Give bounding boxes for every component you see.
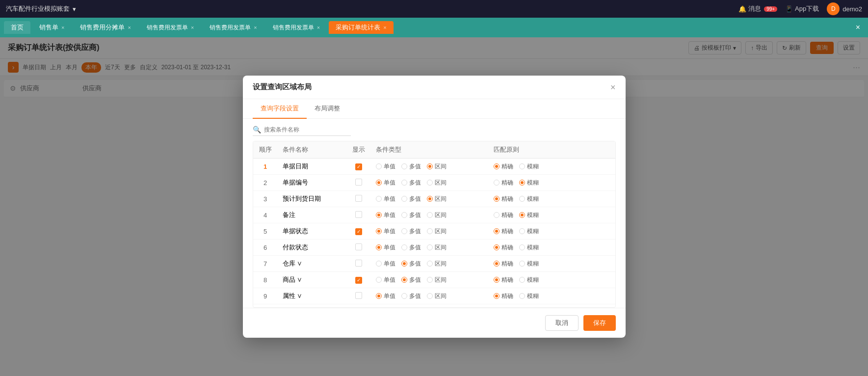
match-radio-1-1[interactable]: 模糊 — [519, 179, 539, 187]
checkbox-2[interactable] — [355, 195, 362, 202]
row-checkbox-0[interactable] — [346, 159, 371, 175]
row-checkbox-1[interactable] — [346, 175, 371, 191]
row-matches-4: 精确模糊 — [489, 223, 615, 240]
th-type: 条件类型 — [371, 141, 489, 159]
nav-tab-sales-invoice1[interactable]: 销售费用发票单 × — [140, 22, 201, 34]
type-radio-1-1[interactable]: 多值 — [401, 179, 421, 187]
modal-tab-layout[interactable]: 布局调整 — [307, 99, 348, 119]
type-radio-7-0[interactable]: 单值 — [376, 276, 395, 284]
type-radio-7-1[interactable]: 多值 — [401, 276, 421, 284]
type-radio-0-1[interactable]: 多值 — [401, 162, 421, 171]
match-radio-5-0[interactable]: 精确 — [494, 243, 513, 252]
checkbox-5[interactable] — [355, 243, 362, 250]
match-radio-7-0[interactable]: 精确 — [494, 276, 513, 284]
cancel-btn[interactable]: 取消 — [545, 315, 579, 331]
close-tab3[interactable]: × — [317, 25, 320, 30]
nav-home-tab[interactable]: 首页 — [4, 21, 30, 34]
modal-overlay[interactable]: 设置查询区域布局 × 查询字段设置 布局调整 🔍 — [0, 37, 868, 376]
row-matches-6: 精确模糊 — [489, 256, 615, 272]
row-checkbox-9[interactable] — [346, 304, 371, 308]
checkbox-7[interactable] — [355, 277, 362, 284]
modal-close-btn[interactable]: × — [610, 83, 616, 92]
row-checkbox-8[interactable] — [346, 288, 371, 304]
match-radio-3-0[interactable]: 精确 — [494, 211, 513, 219]
row-checkbox-7[interactable] — [346, 272, 371, 288]
condition-search-input[interactable] — [264, 126, 342, 133]
row-checkbox-4[interactable] — [346, 223, 371, 240]
nav-tab-sales-invoice2[interactable]: 销售费用发票单 × — [203, 22, 263, 34]
row-checkbox-3[interactable] — [346, 207, 371, 223]
row-seq-2: 3 — [253, 191, 278, 207]
type-radio-7-2[interactable]: 区间 — [427, 276, 447, 284]
type-radio-2-2[interactable]: 区间 — [427, 195, 447, 203]
notification-btn[interactable]: 🔔 消息 99+ — [738, 4, 777, 13]
type-radio-1-0[interactable]: 单值 — [376, 179, 395, 187]
match-radio-5-1[interactable]: 模糊 — [519, 243, 539, 252]
type-radio-1-2[interactable]: 区间 — [427, 179, 447, 187]
type-radio-8-0[interactable]: 单值 — [376, 292, 395, 300]
close-tab1[interactable]: × — [191, 25, 194, 30]
type-radio-6-0[interactable]: 单值 — [376, 260, 395, 268]
row-checkbox-2[interactable] — [346, 191, 371, 207]
type-radio-3-1[interactable]: 多值 — [401, 211, 421, 219]
match-radio-0-1[interactable]: 模糊 — [519, 162, 539, 171]
close-purchase-tab[interactable]: × — [383, 25, 386, 30]
match-radio-7-1[interactable]: 模糊 — [519, 276, 539, 284]
row-checkbox-5[interactable] — [346, 240, 371, 256]
app-download-btn[interactable]: 📱 App下载 — [785, 4, 819, 13]
type-radio-5-0[interactable]: 单值 — [376, 243, 395, 252]
nav-tab-sales-order[interactable]: 销售单 × — [32, 21, 71, 34]
type-radio-4-2[interactable]: 区间 — [427, 227, 447, 236]
checkbox-1[interactable] — [355, 179, 362, 186]
match-radio-8-1[interactable]: 模糊 — [519, 292, 539, 300]
type-radio-3-2[interactable]: 区间 — [427, 211, 447, 219]
modal-tab-query-fields[interactable]: 查询字段设置 — [253, 99, 307, 119]
match-radio-6-0[interactable]: 精确 — [494, 260, 513, 268]
type-radio-6-1[interactable]: 多值 — [401, 260, 421, 268]
nav-tab-purchase-stats[interactable]: 采购订单统计表 × — [329, 21, 393, 34]
row-types-4: 单值多值区间 — [371, 223, 489, 240]
match-radio-4-1[interactable]: 模糊 — [519, 227, 539, 236]
close-tab2[interactable]: × — [254, 25, 257, 30]
row-types-3: 单值多值区间 — [371, 207, 489, 223]
nav-tab-sales-expense[interactable]: 销售费用分摊单 × — [73, 21, 137, 34]
type-radio-6-2[interactable]: 区间 — [427, 260, 447, 268]
type-radio-0-0[interactable]: 单值 — [376, 162, 395, 171]
close-sales-order-tab[interactable]: × — [61, 25, 64, 30]
table-row: 6付款状态单值多值区间精确模糊 — [253, 240, 615, 256]
checkbox-6[interactable] — [355, 260, 362, 267]
row-seq-7: 8 — [253, 272, 278, 288]
checkbox-8[interactable] — [355, 292, 362, 299]
type-radio-4-1[interactable]: 多值 — [401, 227, 421, 236]
row-seq-5: 6 — [253, 240, 278, 256]
checkbox-3[interactable] — [355, 211, 362, 218]
type-radio-2-0[interactable]: 单值 — [376, 195, 395, 203]
type-radio-4-0[interactable]: 单值 — [376, 227, 395, 236]
match-radio-3-1[interactable]: 模糊 — [519, 211, 539, 219]
modal-table-scroll[interactable]: 顺序 条件名称 显示 条件类型 — [253, 141, 616, 308]
close-sales-expense-tab[interactable]: × — [128, 25, 131, 30]
app-title-dropdown-icon[interactable]: ▾ — [73, 5, 76, 13]
modal-title: 设置查询区域布局 — [253, 82, 312, 92]
type-radio-8-2[interactable]: 区间 — [427, 292, 447, 300]
type-radio-0-2[interactable]: 区间 — [427, 162, 447, 171]
nav-tab-sales-invoice3[interactable]: 销售费用发票单 × — [266, 22, 327, 34]
match-radio-0-0[interactable]: 精确 — [494, 162, 513, 171]
save-btn[interactable]: 保存 — [583, 315, 616, 331]
type-radio-5-2[interactable]: 区间 — [427, 243, 447, 252]
row-checkbox-6[interactable] — [346, 256, 371, 272]
type-radio-5-1[interactable]: 多值 — [401, 243, 421, 252]
match-radio-2-0[interactable]: 精确 — [494, 195, 513, 203]
match-radio-1-0[interactable]: 精确 — [494, 179, 513, 187]
nav-close-all[interactable]: × — [852, 23, 864, 32]
checkbox-0[interactable] — [355, 163, 362, 170]
user-avatar[interactable]: D demo2 — [827, 2, 862, 15]
type-radio-8-1[interactable]: 多值 — [401, 292, 421, 300]
match-radio-6-1[interactable]: 模糊 — [519, 260, 539, 268]
checkbox-4[interactable] — [355, 228, 362, 235]
match-radio-2-1[interactable]: 模糊 — [519, 195, 539, 203]
type-radio-3-0[interactable]: 单值 — [376, 211, 395, 219]
type-radio-2-1[interactable]: 多值 — [401, 195, 421, 203]
match-radio-8-0[interactable]: 精确 — [494, 292, 513, 300]
match-radio-4-0[interactable]: 精确 — [494, 227, 513, 236]
